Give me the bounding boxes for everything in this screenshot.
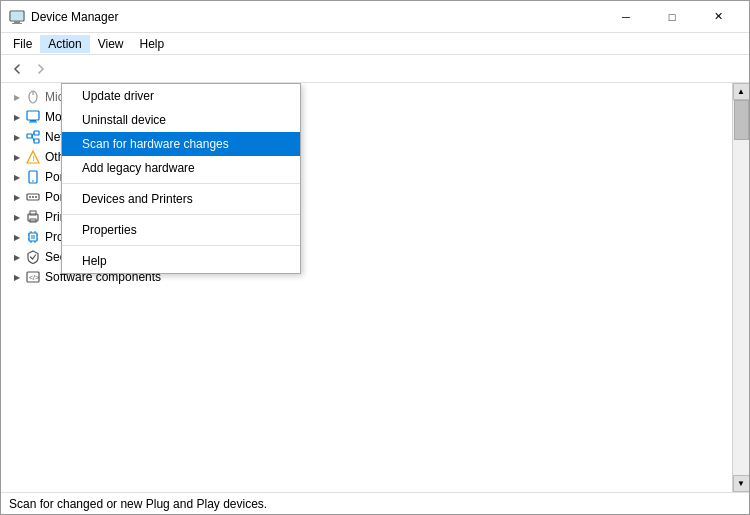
menu-item-help[interactable]: Help (62, 249, 300, 273)
mouse-icon (25, 89, 41, 105)
scrollbar[interactable]: ▲ ▼ (732, 83, 749, 492)
title-bar: Device Manager ─ □ ✕ (1, 1, 749, 33)
network-icon (25, 129, 41, 145)
window-controls: ─ □ ✕ (603, 2, 741, 32)
svg-rect-3 (11, 12, 23, 20)
status-bar: Scan for changed or new Plug and Play de… (1, 492, 749, 514)
menu-item-update-driver[interactable]: Update driver (62, 84, 300, 108)
chevron-right-icon: ▶ (9, 189, 25, 205)
scroll-up-button[interactable]: ▲ (733, 83, 750, 100)
menu-item-add-legacy[interactable]: Add legacy hardware (62, 156, 300, 180)
separator-2 (62, 214, 300, 215)
chevron-right-icon: ▶ (9, 129, 25, 145)
svg-rect-1 (14, 21, 20, 23)
status-text: Scan for changed or new Plug and Play de… (9, 497, 267, 511)
svg-text:</>: </> (29, 274, 39, 281)
svg-point-17 (32, 180, 34, 182)
software-icon: </> (25, 269, 41, 285)
separator-1 (62, 183, 300, 184)
scroll-track[interactable] (733, 100, 749, 475)
menu-bar: File Action View Help (1, 33, 749, 55)
menu-item-scan-hardware[interactable]: Scan for hardware changes (62, 132, 300, 156)
menu-file[interactable]: File (5, 35, 40, 53)
chevron-right-icon: ▶ (9, 209, 25, 225)
menu-item-devices-printers[interactable]: Devices and Printers (62, 187, 300, 211)
scroll-thumb[interactable] (734, 100, 749, 140)
svg-text:!: ! (33, 155, 35, 162)
close-button[interactable]: ✕ (695, 2, 741, 32)
scroll-down-button[interactable]: ▼ (733, 475, 750, 492)
app-icon (9, 9, 25, 25)
menu-action[interactable]: Action (40, 35, 89, 53)
svg-rect-10 (34, 131, 39, 135)
svg-rect-6 (27, 111, 39, 120)
port-icon (25, 189, 41, 205)
action-dropdown-menu: Update driver Uninstall device Scan for … (61, 83, 301, 274)
separator-3 (62, 245, 300, 246)
svg-point-21 (35, 196, 37, 198)
monitor-icon (25, 109, 41, 125)
svg-rect-8 (29, 122, 37, 123)
processor-icon (25, 229, 41, 245)
print-icon (25, 209, 41, 225)
warning-icon: ! (25, 149, 41, 165)
chevron-right-icon: ▶ (9, 269, 25, 285)
security-icon (25, 249, 41, 265)
chevron-right-icon: ▶ (9, 149, 25, 165)
svg-rect-7 (30, 120, 36, 122)
chevron-right-icon: ▶ (9, 169, 25, 185)
portable-icon (25, 169, 41, 185)
menu-view[interactable]: View (90, 35, 132, 53)
toolbar (1, 55, 749, 83)
svg-rect-11 (34, 139, 39, 143)
window-title: Device Manager (31, 10, 603, 24)
main-content: ▶ Mice and other pointing devices ▶ (1, 83, 749, 492)
svg-rect-26 (31, 235, 35, 239)
chevron-right-icon: ▶ (9, 89, 25, 105)
device-manager-window: Device Manager ─ □ ✕ File Action View He… (0, 0, 750, 515)
svg-rect-2 (12, 23, 22, 24)
chevron-right-icon: ▶ (9, 249, 25, 265)
svg-point-19 (29, 196, 31, 198)
menu-help[interactable]: Help (132, 35, 173, 53)
chevron-right-icon: ▶ (9, 229, 25, 245)
svg-rect-9 (27, 134, 32, 138)
minimize-button[interactable]: ─ (603, 2, 649, 32)
svg-point-20 (32, 196, 34, 198)
back-button[interactable] (5, 58, 29, 80)
maximize-button[interactable]: □ (649, 2, 695, 32)
forward-button[interactable] (29, 58, 53, 80)
svg-line-13 (32, 136, 34, 141)
menu-item-properties[interactable]: Properties (62, 218, 300, 242)
menu-item-uninstall-device[interactable]: Uninstall device (62, 108, 300, 132)
chevron-right-icon: ▶ (9, 109, 25, 125)
